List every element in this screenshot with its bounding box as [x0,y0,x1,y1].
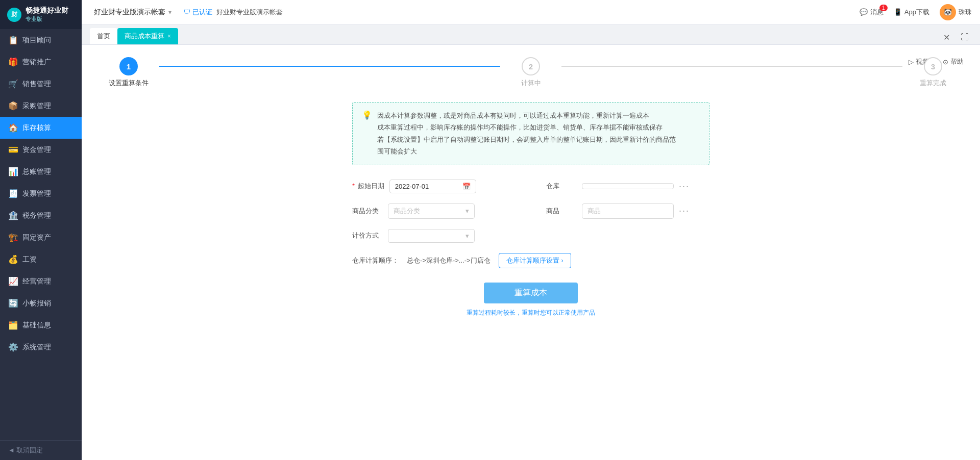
price-method-chevron-icon: ▾ [465,232,469,240]
sidebar-item-label: 系统管理 [22,343,51,352]
sales-icon: 🛒 [8,79,17,89]
warehouse-order-row: 仓库计算顺序： 总仓->深圳仓库->...->门店仓 仓库计算顺序设置 › [352,253,709,268]
steps-container: 1 设置重算条件 2 计算中 3 重算完成 [98,57,964,88]
start-date-field: * 起始日期 2022-07-01 📅 [352,180,516,193]
warehouse-input[interactable] [582,183,674,189]
tab-cost-recalc[interactable]: 商品成本重算 × [117,28,178,44]
step-2-label: 计算中 [521,79,541,88]
sidebar-item-marketing[interactable]: 🎁 营销推广 [0,51,82,73]
fixed-assets-icon: 🏗️ [8,233,17,242]
step-1-circle: 1 [119,57,138,75]
account-selector[interactable]: 好业财专业版演示帐套 ▾ [90,6,176,19]
warehouse-order-btn-label: 仓库计算顺序设置 › [506,256,564,265]
sidebar-item-sales[interactable]: 🛒 销售管理 [0,73,82,95]
verified-badge: 🛡 已认证 [184,8,212,17]
category-placeholder: 商品分类 [394,207,420,216]
form-row-3: 计价方式 ▾ [352,229,709,243]
sidebar-item-label: 营销推广 [22,58,51,67]
main-area: 好业财专业版演示帐套 ▾ 🛡 已认证 好业财专业版演示帐套 💬 消息 1 📱 A… [82,0,980,460]
step-3: 3 重算完成 [902,57,964,88]
project-icon: 📋 [8,35,17,45]
tab-close-icon[interactable]: × [167,33,171,40]
sidebar-item-project[interactable]: 📋 项目顾问 [0,29,82,51]
sidebar-item-label: 税务管理 [22,211,51,220]
finance-icon: 💳 [8,145,17,155]
step-1-label: 设置重算条件 [109,79,149,88]
app-logo-text: 畅捷通好业财 专业版 [26,6,68,23]
sidebar: 财 畅捷通好业财 专业版 📋 项目顾问 🎁 营销推广 🛒 销售管理 📦 采购管理… [0,0,82,460]
calendar-icon[interactable]: 📅 [462,183,471,190]
general-icon: 📊 [8,167,17,176]
tab-cost-recalc-label: 商品成本重算 [125,32,164,41]
content-area: ▷ 视频 | ⊙ 帮助 1 设置重算条件 2 计算中 3 重算完成 [82,45,980,460]
start-date-input[interactable]: 2022-07-01 📅 [389,180,476,193]
price-method-label: 计价方式 [352,231,383,240]
sidebar-item-system[interactable]: ⚙️ 系统管理 [0,336,82,358]
recalc-button[interactable]: 重算成本 [484,283,578,303]
sidebar-item-label: 销售管理 [22,80,51,89]
sidebar-item-label: 小畅报销 [22,299,51,308]
start-date-label: * 起始日期 [352,182,384,191]
inventory-icon: 🏠 [8,123,17,133]
sidebar-logo: 财 畅捷通好业财 专业版 [0,0,82,29]
warehouse-order-settings-button[interactable]: 仓库计算顺序设置 › [499,253,571,268]
goods-placeholder: 商品 [587,207,601,216]
step-line-2-3 [561,66,902,67]
sidebar-item-label: 基础信息 [22,321,51,330]
info-box: 💡 因成本计算参数调整，或是对商品成本有疑问时，可以通过成本重算功能，重新计算一… [352,102,709,165]
account-name: 好业财专业版演示帐套 [94,8,165,17]
sidebar-item-basic[interactable]: 🗂️ 基础信息 [0,314,82,336]
expand-window-button[interactable]: ⛶ [958,30,972,44]
sidebar-item-label: 项目顾问 [22,36,51,45]
username: 珠珠 [959,8,972,17]
required-star: * [352,182,355,190]
form-row-2: 商品分类 商品分类 ▾ 商品 商品 ··· [352,203,709,219]
info-line-3: 若【系统设置】中启用了自动调整记账日期时，会调整入库单的整单记账日期，因此重新计… [377,134,676,145]
category-select[interactable]: 商品分类 ▾ [388,203,475,219]
start-date-value: 2022-07-01 [395,183,429,190]
account-chevron-icon: ▾ [168,9,172,16]
avatar: 🐼 [940,4,956,20]
sidebar-item-tax[interactable]: 🏦 税务管理 [0,205,82,226]
user-profile[interactable]: 🐼 珠珠 [940,4,972,20]
warehouse-field: 仓库 ··· [546,181,709,192]
sidebar-item-operation[interactable]: 📈 经营管理 [0,270,82,292]
sidebar-item-salary[interactable]: 💰 工资 [0,248,82,270]
price-method-select[interactable]: ▾ [388,229,475,243]
sidebar-item-general[interactable]: 📊 总账管理 [0,161,82,183]
sidebar-item-fixed-assets[interactable]: 🏗️ 固定资产 [0,226,82,248]
price-method-field: 计价方式 ▾ [352,229,516,243]
goods-field: 商品 商品 ··· [546,203,709,219]
form-row-1: * 起始日期 2022-07-01 📅 仓库 ··· [352,180,709,193]
topbar-actions: 💬 消息 1 📱 App下载 🐼 珠珠 [860,4,972,20]
warehouse-more-icon[interactable]: ··· [679,181,690,192]
goods-input[interactable]: 商品 [582,203,674,219]
category-field: 商品分类 商品分类 ▾ [352,203,516,219]
message-button[interactable]: 💬 消息 1 [860,8,884,17]
sidebar-unpin-button[interactable]: ◄ 取消固定 [0,440,82,460]
sidebar-item-finance[interactable]: 💳 资金管理 [0,139,82,161]
app-edition-badge: 专业版 [26,15,68,23]
recalc-container: 重算成本 重算过程耗时较长，重算时您可以正常使用产品 [352,283,709,317]
app-download-button[interactable]: 📱 App下载 [894,8,929,17]
step-2: 2 计算中 [500,57,561,88]
sidebar-item-purchase[interactable]: 📦 采购管理 [0,95,82,117]
recalc-hint: 重算过程耗时较长，重算时您可以正常使用产品 [467,309,595,317]
mobile-icon: 📱 [894,8,902,16]
sidebar-item-expense[interactable]: 🔄 小畅报销 [0,292,82,314]
info-line-2: 成本重算过程中，影响库存账的操作均不能操作，比如进货单、销货单、库存单据不能审核… [377,121,676,133]
sidebar-item-invoice[interactable]: 🧾 发票管理 [0,183,82,205]
close-window-button[interactable]: ✕ [939,30,953,44]
step-1: 1 设置重算条件 [98,57,159,88]
system-icon: ⚙️ [8,342,17,352]
expense-icon: 🔄 [8,298,17,308]
tabs-right-controls: ✕ ⛶ [939,30,972,44]
tab-home[interactable]: 首页 [90,28,117,44]
sidebar-item-label: 资金管理 [22,145,51,155]
sidebar-item-inventory[interactable]: 🏠 库存核算 [0,117,82,139]
goods-more-icon[interactable]: ··· [679,206,690,216]
message-badge: 1 [879,5,888,11]
app-logo-icon: 财 [7,8,21,22]
unpin-label: ◄ 取消固定 [8,446,43,455]
sidebar-item-label: 采购管理 [22,101,51,111]
